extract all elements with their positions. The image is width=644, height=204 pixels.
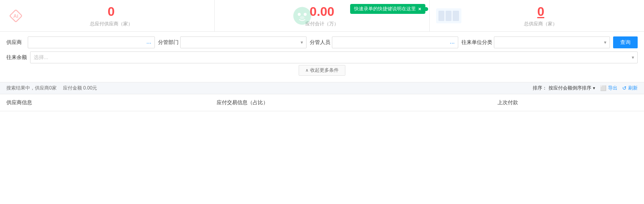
balance-chevron-icon: ▾ bbox=[632, 55, 634, 60]
collapse-row: ∧ 收起更多条件 bbox=[6, 63, 638, 79]
filter-area: 供应商 ··· 分管部门 ▾ 分管人员 ··· 往来单位分类 ▾ bbox=[0, 32, 644, 82]
filter-row-1: 供应商 ··· 分管部门 ▾ 分管人员 ··· 往来单位分类 ▾ bbox=[6, 36, 638, 48]
total-payable-suppliers-label: 总应付供应商（家） bbox=[90, 21, 133, 27]
col-header-supplier: 供应商信息 bbox=[6, 99, 217, 106]
result-right-actions: 排序： 按应付会额倒序排序 ▾ ⬜ 导出 ↺ 刷新 bbox=[533, 85, 638, 92]
person-more-btn[interactable]: ··· bbox=[450, 39, 455, 46]
filter-row-2: 往来余额 选择... ▾ bbox=[6, 51, 638, 63]
supplier-more-btn[interactable]: ··· bbox=[146, 39, 151, 46]
refresh-label: 刷新 bbox=[628, 85, 638, 92]
balance-select[interactable]: 选择... ▾ bbox=[30, 51, 638, 63]
export-icon: ⬜ bbox=[600, 85, 606, 91]
tooltip-close-button[interactable]: × bbox=[418, 6, 421, 12]
collapse-button[interactable]: ∧ 收起更多条件 bbox=[299, 65, 345, 76]
sort-dropdown[interactable]: 排序： 按应付会额倒序排序 ▾ bbox=[533, 85, 595, 92]
department-select[interactable]: ▾ bbox=[180, 36, 307, 48]
svg-point-5 bbox=[300, 16, 305, 19]
refresh-button[interactable]: ↺ 刷新 bbox=[622, 85, 638, 92]
table-header: 供应商信息 应付交易信息（占比） 上次付款 bbox=[0, 94, 644, 111]
filter-person: 分管人员 ··· bbox=[310, 36, 458, 48]
col-header-lastpay: 上次付款 bbox=[497, 99, 638, 106]
total-payable-suppliers-number: 0 bbox=[108, 4, 115, 19]
stat-total-payable-amount: 0.00 应付合计（万） 快速录单的快捷键说明在这里 × bbox=[215, 0, 429, 31]
unit-class-label: 往来单位分类 bbox=[461, 39, 492, 46]
unit-class-select[interactable]: ▾ bbox=[494, 36, 610, 48]
filter-unit-class: 往来单位分类 ▾ bbox=[461, 36, 610, 48]
table-body bbox=[0, 111, 644, 204]
balance-filter-label: 往来余额 bbox=[6, 54, 27, 61]
result-summary: 搜索结果中，供应商0家 应付金额 0.00元 bbox=[6, 85, 97, 92]
stat-total-payable-suppliers: Ai 0 总应付供应商（家） bbox=[0, 0, 215, 31]
tooltip-text: 快速录单的快捷键说明在这里 bbox=[354, 6, 416, 12]
sort-option: 按应付会额倒序排序 bbox=[549, 85, 591, 92]
export-button[interactable]: ⬜ 导出 bbox=[600, 85, 617, 92]
balance-placeholder: 选择... bbox=[34, 54, 48, 61]
department-chevron-icon: ▾ bbox=[301, 40, 303, 45]
department-filter-label: 分管部门 bbox=[158, 39, 179, 46]
total-suppliers-number: 0 bbox=[537, 4, 544, 19]
collapse-up-icon: ∧ bbox=[305, 68, 309, 73]
supplier-input[interactable]: ··· bbox=[28, 36, 155, 48]
filter-supplier: 供应商 ··· bbox=[6, 36, 155, 48]
result-amount: 应付金额 0.00元 bbox=[63, 85, 97, 92]
svg-point-4 bbox=[304, 13, 307, 16]
refresh-icon: ↺ bbox=[622, 85, 627, 91]
sort-label: 排序： bbox=[533, 85, 547, 92]
tooltip-bubble: 快速录单的快捷键说明在这里 × bbox=[350, 4, 425, 14]
stats-bar: Ai 0 总应付供应商（家） 0.00 应付合计（万） 快速录单的快捷键说明在这… bbox=[0, 0, 644, 32]
stat-total-suppliers: 0 总供应商（家） bbox=[430, 0, 644, 31]
sort-chevron-icon: ▾ bbox=[593, 86, 595, 91]
unit-class-chevron-icon: ▾ bbox=[604, 40, 606, 45]
svg-text:Ai: Ai bbox=[13, 13, 19, 19]
person-input[interactable]: ··· bbox=[332, 36, 458, 48]
total-suppliers-label: 总供应商（家） bbox=[524, 21, 557, 27]
supplier-icon bbox=[436, 8, 461, 23]
supplier-filter-label: 供应商 bbox=[6, 39, 26, 46]
query-button[interactable]: 查询 bbox=[613, 36, 638, 48]
collapse-label: 收起更多条件 bbox=[310, 67, 339, 74]
person-filter-label: 分管人员 bbox=[310, 39, 330, 46]
col-header-transaction: 应付交易信息（占比） bbox=[217, 99, 497, 106]
pig-icon bbox=[290, 4, 314, 28]
filter-department: 分管部门 ▾ bbox=[158, 36, 307, 48]
export-label: 导出 bbox=[608, 85, 617, 92]
diamond-logo-icon: Ai bbox=[7, 7, 25, 25]
result-bar: 搜索结果中，供应商0家 应付金额 0.00元 排序： 按应付会额倒序排序 ▾ ⬜… bbox=[0, 82, 644, 94]
table-area: 供应商信息 应付交易信息（占比） 上次付款 bbox=[0, 94, 644, 204]
svg-point-3 bbox=[298, 13, 301, 16]
svg-point-2 bbox=[293, 7, 311, 25]
result-supplier-count: 搜索结果中，供应商0家 bbox=[6, 85, 57, 92]
